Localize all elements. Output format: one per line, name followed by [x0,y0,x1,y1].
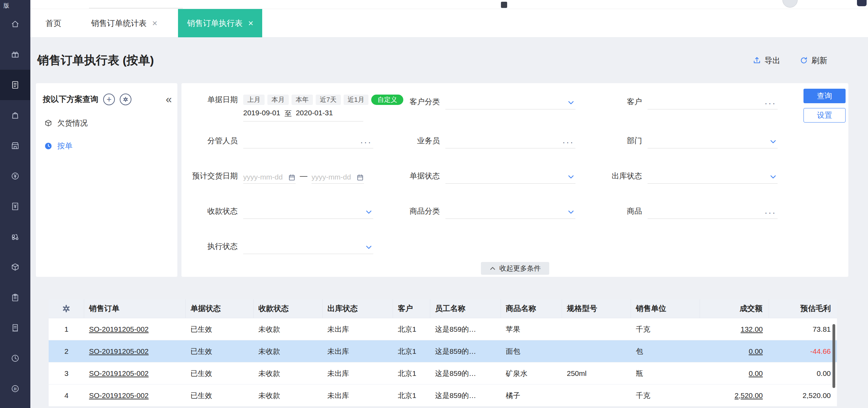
payment-status-select[interactable] [243,204,373,219]
salesman-picker[interactable]: ··· [445,133,575,148]
svg-text:新: 新 [13,387,17,391]
sidebar-item-inventory[interactable] [0,252,30,282]
cell-order[interactable]: SO-20191205-002 [84,391,186,400]
table-settings-button[interactable] [49,299,84,318]
product-picker[interactable]: ··· [648,204,778,219]
amount-link[interactable]: 0.00 [749,369,763,377]
amount-link[interactable]: 2,520.00 [734,391,763,399]
refresh-button[interactable]: 刷新 [800,55,827,66]
avatar[interactable] [782,0,798,8]
chevron-down-icon[interactable] [365,208,373,216]
topbar-app-icon[interactable] [501,2,507,8]
sidebar-item-purchase[interactable] [0,100,30,130]
sidebar-item-store[interactable] [0,130,30,161]
delivery-start-input[interactable]: yyyy-mm-dd [243,168,296,184]
order-link[interactable]: SO-20191205-002 [89,347,149,355]
refresh-icon [800,56,808,65]
table-scrollbar[interactable] [832,324,835,388]
close-icon[interactable]: × [152,19,157,28]
collapse-panel-button[interactable]: « [166,93,170,106]
filter-panel: 单据日期 上月本月本年近7天近1月自定义 2019-09-01 至 2020-0… [181,83,848,277]
chevron-down-icon[interactable] [567,99,575,106]
export-button[interactable]: 导出 [753,55,780,66]
cell-amount[interactable]: 132.00 [700,325,769,333]
outbound-status-select[interactable] [648,168,778,184]
custom-range-button[interactable]: 自定义 [371,95,403,105]
sidebar-item-delivery[interactable] [0,222,30,252]
order-link[interactable]: SO-20191205-002 [89,391,149,399]
chevron-down-icon[interactable] [769,173,777,181]
customer-picker[interactable]: ··· [648,94,778,109]
doc-date-start[interactable]: 2019-09-01 [243,109,280,118]
tab-sales-order-stats[interactable]: 销售订单统计表× [82,9,166,37]
sidebar-item-gift[interactable] [0,39,30,70]
product-category-select[interactable] [445,204,575,219]
quick-range-button[interactable]: 近1月 [344,95,369,105]
quick-range-button[interactable]: 本月 [267,95,289,105]
chevron-down-icon[interactable] [769,138,777,145]
more-icon[interactable]: ··· [360,137,372,147]
cell-order[interactable]: SO-20191205-002 [84,369,186,378]
sidebar-item-clipboard[interactable] [0,282,30,313]
table-row[interactable]: 3SO-20191205-002已生效未收款未出库北京1这是859的…矿泉水25… [49,362,837,385]
sidebar-item-history[interactable] [0,343,30,373]
calendar-icon[interactable] [288,174,296,181]
amount-link[interactable]: 132.00 [741,325,763,333]
customer-category-select[interactable] [445,94,575,109]
plan-item-label: 按单 [57,141,72,151]
sidebar: 版 新 [0,0,30,408]
chevron-down-icon[interactable] [567,173,575,181]
more-icon[interactable]: ··· [765,98,776,108]
sidebar-version-label[interactable]: 版 [0,0,30,9]
more-icon[interactable]: ··· [765,208,776,218]
close-icon[interactable]: × [248,19,253,28]
table-row[interactable]: 1SO-20191205-002已生效未收款未出库北京1这是859的…苹果千克1… [49,318,837,340]
cell-doc_status: 已生效 [186,324,254,334]
quick-range-button[interactable]: 本年 [292,95,313,105]
quick-range-button[interactable]: 上月 [243,95,265,105]
sidebar-item-finance[interactable] [0,161,30,191]
department-select[interactable] [648,133,778,148]
expected-delivery-range[interactable]: yyyy-mm-dd — yyyy-mm-dd [243,168,373,184]
doc-date-filter[interactable]: 上月本月本年近7天近1月自定义 2019-09-01 至 2020-01-31 [243,94,373,122]
doc-date-range[interactable]: 2019-09-01 至 2020-01-31 [243,109,363,122]
order-link[interactable]: SO-20191205-002 [89,325,149,333]
sidebar-item-invoice[interactable] [0,191,30,222]
tab-sales-order-exec[interactable]: 销售订单执行表× [178,9,262,37]
tab-label: 首页 [46,18,61,29]
sidebar-item-home[interactable] [0,9,30,39]
table-row[interactable]: 2SO-20191205-002已生效未收款未出库北京1这是859的…面包包0.… [49,340,837,362]
sidebar-item-new[interactable]: 新 [0,373,30,404]
filter-label-outbound-status: 出库状态 [592,168,642,184]
topbar-search-underline[interactable] [89,8,183,8]
cell-order[interactable]: SO-20191205-002 [84,325,186,333]
plan-item-owed-goods[interactable]: 欠货情况 [43,118,170,128]
exec-status-select[interactable] [243,239,373,254]
manager-picker[interactable]: ··· [243,133,373,148]
quick-range-button[interactable]: 近7天 [316,95,341,105]
chevron-down-icon[interactable] [365,243,373,251]
calendar-icon[interactable] [356,174,364,181]
cell-profit: -44.66 [769,347,837,356]
cell-amount[interactable]: 0.00 [700,347,769,356]
doc-date-end[interactable]: 2020-01-31 [296,109,333,118]
delivery-end-input[interactable]: yyyy-mm-dd [312,168,364,184]
cell-amount[interactable]: 2,520.00 [700,391,769,400]
sidebar-item-receipt[interactable] [0,313,30,343]
sidebar-item-orders[interactable] [0,70,30,100]
cell-order[interactable]: SO-20191205-002 [84,347,186,356]
plan-item-by-order[interactable]: 按单 [43,141,170,151]
amount-link[interactable]: 0.00 [749,347,763,355]
add-plan-button[interactable]: + [103,94,115,105]
order-link[interactable]: SO-20191205-002 [89,369,149,377]
collapse-more-button[interactable]: 收起更多条件 [481,262,549,275]
cell-amount[interactable]: 0.00 [700,369,769,378]
table-row[interactable]: 4SO-20191205-002已生效未收款未出库北京1这是859的…橘子千克2… [49,385,837,407]
more-icon[interactable]: ··· [562,137,574,147]
doc-status-select[interactable] [445,168,575,184]
plan-settings-button[interactable] [120,94,131,105]
query-button[interactable]: 查询 [803,89,846,103]
tab-home[interactable]: 首页 [37,9,70,37]
settings-button[interactable]: 设置 [803,108,846,123]
chevron-down-icon[interactable] [567,208,575,216]
